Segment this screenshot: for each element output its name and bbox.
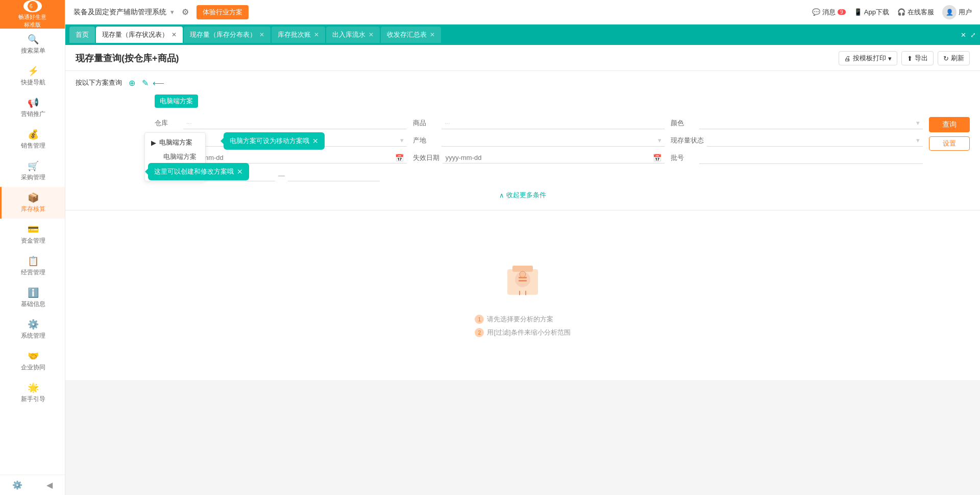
sidebar-item-enterprise[interactable]: 🤝 企业协同	[0, 345, 65, 377]
batch-no-input[interactable]	[699, 152, 923, 164]
tab-label: 出入库流水	[332, 30, 365, 39]
size-arrow-icon: ▾	[400, 136, 404, 144]
sidebar-item-quick[interactable]: ⚡ 快捷导航	[0, 60, 65, 92]
prod-date-calendar-icon[interactable]: 📅	[395, 154, 404, 162]
collapse-more-btn[interactable]: ∧ 收起更多条件	[76, 186, 970, 204]
sidebar-item-finance[interactable]: 💳 资金管理	[0, 219, 65, 250]
gear-button[interactable]: ⚙	[178, 5, 192, 19]
tab-close-icon[interactable]: ✕	[430, 31, 435, 38]
print-dropdown-icon: ▾	[888, 55, 892, 62]
tab-expand-icon[interactable]: ⤢	[970, 31, 976, 39]
tab-home[interactable]: 首页	[69, 27, 95, 43]
print-icon: 🖨	[844, 55, 851, 62]
tab-close-icon[interactable]: ✕	[314, 31, 319, 38]
print-btn[interactable]: 🖨 按模板打印 ▾	[839, 51, 897, 65]
logo-icon: 6	[23, 0, 42, 12]
warehouse-dropdown[interactable]: ···	[183, 117, 407, 129]
sidebar-item-system[interactable]: ⚙️ 系统管理	[0, 314, 65, 345]
scheme-sub-item-pc[interactable]: 电脑端方案	[155, 150, 205, 163]
support-icon: 🎧	[897, 8, 905, 16]
sidebar-item-inventory[interactable]: 📦 库存核算	[0, 187, 65, 219]
tip-text-1: 请先选择要分析的方案	[487, 313, 553, 326]
sidebar-item-label: 搜索菜单	[21, 46, 45, 55]
operation-icon: 📋	[28, 255, 39, 267]
app-name: 畅通好生意	[18, 13, 46, 21]
filter-label: 按以下方案查询	[76, 78, 122, 87]
sidebar-item-operation[interactable]: 📋 经营管理	[0, 250, 65, 282]
tab-label: 收发存汇总表	[387, 30, 427, 39]
tab-batch[interactable]: 库存批次账 ✕	[272, 27, 325, 43]
system-name: 装备及固定资产辅助管理系统	[74, 8, 166, 17]
filter-area: 按以下方案查询 ⊕ ✎ ⟵ 电脑方案可设为移动方案哦 ✕ 这里可以创建和修改方案…	[65, 71, 980, 210]
tab-close-icon[interactable]: ✕	[369, 31, 374, 38]
sidebar-item-info[interactable]: ℹ️ 基础信息	[0, 282, 65, 314]
empty-illustration	[497, 251, 548, 302]
app-subtitle: 标准版	[24, 21, 41, 29]
active-scheme-chip: 电脑端方案	[155, 95, 198, 108]
close-tooltip-1-btn[interactable]: ✕	[312, 137, 318, 145]
sidebar-item-label: 经营管理	[21, 268, 45, 277]
tab-inout[interactable]: 出入库流水 ✕	[326, 27, 380, 43]
reset-btn[interactable]: 设置	[929, 136, 970, 151]
industry-btn[interactable]: 体验行业方案	[197, 5, 249, 19]
sidebar-item-search[interactable]: 🔍 搜索菜单	[0, 29, 65, 60]
edit-scheme-btn[interactable]: ✎	[139, 77, 151, 88]
prod-date-input[interactable]	[187, 154, 395, 161]
export-btn[interactable]: ⬆ 导出	[901, 51, 934, 65]
product-dropdown[interactable]: ···	[442, 117, 665, 129]
tab-summary[interactable]: 收发存汇总表 ✕	[381, 27, 441, 43]
sidebar-item-label: 资金管理	[21, 237, 45, 245]
close-tooltip-2-btn[interactable]: ✕	[237, 168, 243, 176]
message-btn[interactable]: 💬 消息 9	[812, 8, 846, 17]
scheme-tooltip-2: 这里可以创建和修改方案哦 ✕	[148, 163, 249, 180]
sidebar-item-label: 快捷导航	[21, 78, 45, 87]
svg-point-7	[520, 271, 526, 277]
add-scheme-btn[interactable]: ⊕	[126, 77, 137, 88]
header-right: 💬 消息 9 📱 App下载 🎧 在线客服 👤 用户	[812, 5, 972, 19]
stock-main-to-input[interactable]	[288, 169, 380, 181]
filter-rows: 仓库 ··· 商品 ···	[155, 117, 923, 186]
color-dropdown[interactable]: ▾	[699, 117, 923, 129]
tab-bar: 首页 现存量（库存状况表） ✕ 现存量（库存分布表） ✕ 库存批次账 ✕ 出入库…	[65, 25, 980, 45]
app-download-btn[interactable]: 📱 App下载	[854, 8, 889, 17]
prev-scheme-btn[interactable]: ⟵	[153, 77, 164, 88]
svg-point-0	[28, 1, 38, 11]
sidebar-item-label: 新手引导	[21, 395, 45, 404]
expiry-date-input[interactable]	[446, 154, 653, 161]
scheme-item-pc[interactable]: ▶ 电脑端方案	[145, 135, 205, 150]
settings-bottom-btn[interactable]: ⚙️	[12, 480, 22, 490]
prod-date-input-wrap: 📅	[184, 153, 407, 163]
origin-label: 产地	[413, 136, 438, 145]
batch-no-cell: 批号	[671, 152, 923, 164]
search-btn[interactable]: 查询	[929, 117, 970, 132]
tab-close-all-icon[interactable]: ✕	[961, 31, 966, 39]
tab-stock-dist[interactable]: 现存量（库存分布表） ✕	[184, 27, 271, 43]
svg-rect-3	[512, 266, 533, 272]
main-area: 装备及固定资产辅助管理系统 ▾ ⚙ 体验行业方案 💬 消息 9 📱 App下载 …	[65, 0, 980, 495]
refresh-btn[interactable]: ↻ 刷新	[938, 51, 970, 65]
dropdown-icon[interactable]: ▾	[170, 8, 174, 16]
filter-row-4: 现存量（主） —	[155, 169, 923, 181]
user-area[interactable]: 👤 用户	[942, 5, 972, 19]
enterprise-icon: 🤝	[28, 350, 39, 362]
sidebar-item-guide[interactable]: 🌟 新手引导	[0, 377, 65, 409]
scheme-active-label: 电脑端方案	[159, 138, 192, 147]
sidebar-item-marketing[interactable]: 📢 营销推广	[0, 92, 65, 124]
search-icon: 🔍	[28, 34, 39, 45]
expiry-date-calendar-icon[interactable]: 📅	[653, 154, 662, 162]
online-support-btn[interactable]: 🎧 在线客服	[897, 8, 934, 17]
origin-dropdown[interactable]: ▾	[442, 134, 665, 147]
tab-close-icon[interactable]: ✕	[259, 31, 264, 38]
collapse-btn[interactable]: ◀	[46, 480, 53, 490]
sidebar-item-label: 采购管理	[21, 173, 45, 182]
stock-status-dropdown[interactable]: ▾	[707, 134, 923, 147]
sidebar-item-sales[interactable]: 💰 销售管理	[0, 124, 65, 155]
page-title: 现存量查询(按仓库+商品)	[76, 52, 179, 69]
tab-stock-status[interactable]: 现存量（库存状况表） ✕	[96, 27, 183, 43]
sidebar-item-purchase[interactable]: 🛒 采购管理	[0, 155, 65, 187]
sidebar-item-label: 销售管理	[21, 142, 45, 150]
user-avatar: 👤	[942, 5, 957, 19]
tab-close-icon[interactable]: ✕	[172, 31, 177, 38]
warehouse-cell: 仓库 ···	[155, 117, 407, 129]
user-label: 用户	[959, 8, 972, 17]
